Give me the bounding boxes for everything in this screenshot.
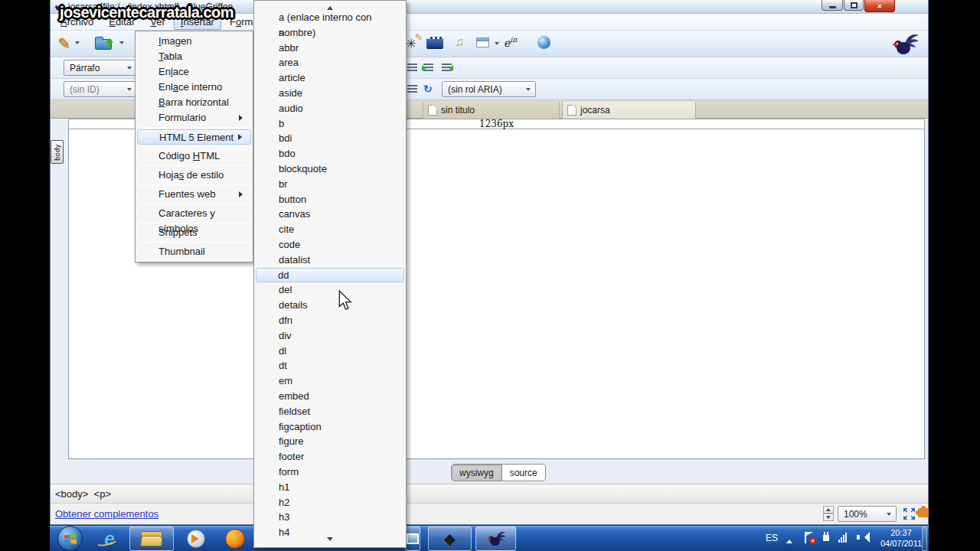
submenu-item-dt[interactable]: dt (256, 358, 404, 373)
tab-jocarsa[interactable]: jocarsa (562, 102, 696, 119)
insert-audio-button[interactable]: ♫ (455, 35, 464, 49)
submenu-item-abbr[interactable]: abbr (256, 41, 404, 56)
submenu-item-h1[interactable]: h1 (256, 480, 404, 495)
submenu-item-dfn[interactable]: dfn (256, 313, 404, 328)
taskbar-image-viewer-icon[interactable] (405, 527, 420, 551)
menu-item-fuentes-web[interactable]: Fuentes web (137, 187, 251, 202)
insert-math-button[interactable]: eiπ (504, 36, 517, 49)
taskbar-ie-icon[interactable]: e (93, 527, 126, 551)
wysiwyg-button[interactable]: wysiwyg (451, 464, 502, 481)
body-tag-marker[interactable]: body (51, 140, 64, 164)
menu-item-hojas-de-estilo[interactable]: Hojas de estilo (137, 168, 251, 183)
submenu-item-dl[interactable]: dl (256, 344, 404, 359)
addons-puzzle-icon[interactable] (918, 508, 929, 517)
publish-dropdown-caret[interactable] (119, 41, 124, 44)
submenu-item-a[interactable]: a (256, 25, 404, 41)
direction-button[interactable]: ↻ (423, 83, 433, 95)
paragraph-format-select[interactable]: Párrafo (64, 60, 137, 76)
submenu-item-div[interactable]: div (256, 328, 404, 344)
tab-sin-titulo[interactable]: sin titulo (423, 102, 560, 119)
edit-dropdown-caret[interactable] (75, 41, 80, 44)
insert-form-widget-button[interactable] (476, 37, 489, 47)
taskbar-inkscape-icon[interactable]: ◆ (428, 527, 472, 551)
menu-item-formulario[interactable]: Formulario (137, 110, 251, 126)
taskbar-explorer-icon[interactable] (129, 527, 174, 551)
source-button[interactable]: source (502, 464, 546, 481)
taskbar-bluegriffon-icon[interactable] (475, 527, 516, 551)
tray-expand-icon[interactable] (786, 536, 792, 543)
publish-button[interactable] (93, 37, 113, 52)
submenu-item-b[interactable]: b (256, 116, 404, 132)
submenu-item-h3[interactable]: h3 (256, 510, 404, 525)
submenu-item-bdo[interactable]: bdo (256, 146, 404, 161)
submenu-item-cite[interactable]: cite (256, 222, 404, 237)
network-signal-icon[interactable] (838, 532, 851, 543)
submenu-item-aside[interactable]: aside (256, 86, 404, 101)
menu-item-imagen[interactable]: Imagen (137, 34, 251, 49)
widget-dropdown-caret[interactable] (495, 42, 499, 45)
submenu-item-audio[interactable]: audio (256, 101, 404, 116)
menu-item-caracteres-y-s-mbolos[interactable]: Caracteres y símbolos (137, 206, 251, 221)
indent-button[interactable] (423, 64, 433, 72)
math-icon: eiπ (504, 36, 517, 49)
minimize-button[interactable] (822, 0, 843, 11)
taskbar-firefox-icon[interactable] (217, 527, 253, 551)
menu-item-enlace[interactable]: Enlace (137, 64, 251, 80)
submenu-item-figure[interactable]: figure (256, 434, 404, 449)
submenu-item-a-enlace-interno-con-nombre[interactable]: a (enlace interno con nombre) (256, 10, 404, 25)
submenu-item-datalist[interactable]: datalist (256, 253, 404, 268)
browser-preview-button[interactable] (537, 36, 550, 49)
insert-video-button[interactable] (426, 37, 443, 49)
language-indicator[interactable]: ES (766, 533, 778, 543)
power-icon[interactable] (822, 532, 831, 543)
submenu-item-del[interactable]: del (256, 282, 404, 298)
start-button[interactable] (57, 526, 83, 551)
zoom-decrease-button[interactable] (823, 514, 834, 521)
menu-item-barra-horizontal[interactable]: Barra horizontal (137, 95, 251, 110)
taskbar-media-player-icon[interactable] (178, 527, 214, 551)
submenu-item-dd[interactable]: dd (256, 268, 404, 283)
menu-item-snippets[interactable]: Snippets (137, 225, 251, 240)
menu-item-tabla[interactable]: Tabla (137, 49, 251, 64)
show-desktop-button[interactable] (922, 527, 927, 551)
submenu-item-br[interactable]: br (256, 177, 404, 192)
submenu-item-button[interactable]: button (256, 192, 404, 207)
submenu-item-article[interactable]: article (256, 70, 404, 86)
ruler-width-label: 1236px (479, 119, 514, 129)
submenu-scroll-down[interactable] (254, 537, 406, 544)
get-addons-link[interactable]: Obtener complementos (55, 508, 158, 520)
submenu-item-form[interactable]: form (256, 465, 404, 480)
submenu-item-canvas[interactable]: canvas (256, 207, 404, 222)
submenu-item-code[interactable]: code (256, 237, 404, 253)
outdent-button[interactable] (442, 64, 452, 72)
menu-item-html-5-element[interactable]: HTML 5 Element (137, 129, 251, 145)
volume-icon[interactable] (857, 532, 869, 543)
menu-item-enlace-interno[interactable]: Enlace interno (137, 80, 251, 95)
submenu-item-fieldset[interactable]: fieldset (256, 404, 404, 419)
submenu-scroll-up[interactable] (254, 3, 406, 10)
zoom-level-select[interactable]: 100% (838, 506, 897, 522)
menu-item-thumbnail[interactable]: Thumbnail (137, 244, 251, 259)
submenu-item-figcaption[interactable]: figcaption (256, 419, 404, 435)
menu-item-c-digo-html[interactable]: Código HTML (137, 148, 251, 164)
close-button[interactable]: × (864, 0, 895, 12)
zoom-increase-button[interactable] (823, 506, 834, 514)
submenu-item-details[interactable]: details (256, 298, 404, 313)
restore-button[interactable] (844, 0, 864, 11)
submenu-item-h2[interactable]: h2 (256, 495, 404, 510)
element-id-combo[interactable]: (sin ID) (64, 81, 137, 97)
edit-pencil-button[interactable]: ✎ (55, 34, 74, 54)
submenu-item-embed[interactable]: embed (256, 389, 404, 404)
submenu-item-area[interactable]: area (256, 55, 404, 70)
fullscreen-button[interactable] (903, 507, 916, 520)
submenu-item-em[interactable]: em (256, 373, 404, 389)
submenu-item-bdi[interactable]: bdi (256, 131, 404, 146)
action-center-icon[interactable]: × (805, 532, 814, 543)
element-path-breadcrumb[interactable]: <body> <p> (55, 488, 111, 500)
aria-role-select[interactable]: (sin rol ARIA) (442, 81, 536, 97)
justify-button[interactable] (407, 64, 417, 72)
submenu-item-footer[interactable]: footer (256, 449, 404, 465)
submenu-item-blockquote[interactable]: blockquote (256, 161, 404, 177)
clock[interactable]: 20:37 04/07/2011 (878, 527, 924, 549)
list-style-button[interactable] (407, 85, 417, 93)
